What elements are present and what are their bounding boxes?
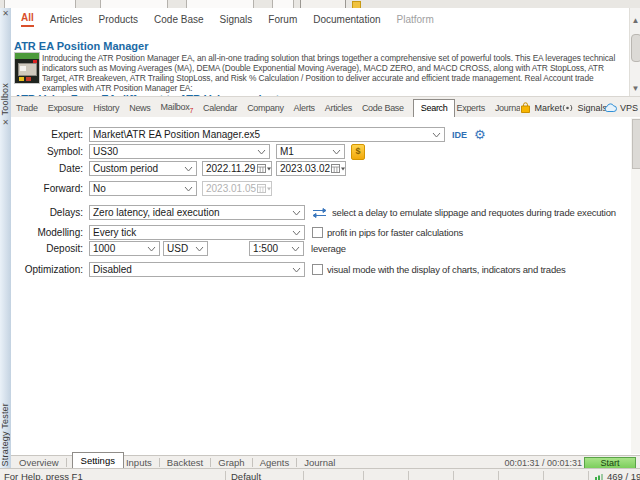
tester-tab-settings[interactable]: Settings xyxy=(72,452,124,470)
mql5-web-panel: All Articles Products Code Base Signals … xyxy=(11,8,629,96)
visual-mode-label: visual mode with the display of charts, … xyxy=(327,264,566,275)
date-label: Date: xyxy=(11,163,89,174)
vps-button[interactable]: VPS xyxy=(604,100,638,115)
toolbox-tab-company[interactable]: Company xyxy=(246,103,284,113)
toolbox-tabs: Trade Exposure History News Mailbox7 Cal… xyxy=(15,97,520,118)
toolbox-tab-history[interactable]: History xyxy=(92,103,120,113)
toolbox-tab-journal[interactable]: Journal xyxy=(494,103,520,113)
modelling-label: Modelling: xyxy=(11,227,89,238)
scroll-down-icon[interactable]: ▼ xyxy=(630,84,640,95)
date-mode-combo[interactable]: Custom period xyxy=(89,161,197,176)
profit-in-pips-checkbox[interactable] xyxy=(312,227,323,238)
traffic-counter[interactable]: 469 / 194 Kb xyxy=(607,471,640,480)
tester-tab-graph[interactable]: Graph xyxy=(216,457,246,468)
thumb-window xyxy=(20,66,26,71)
toolbox-panel-title: Toolbox xyxy=(0,83,11,115)
chevron-down-icon xyxy=(257,149,266,155)
market-button[interactable]: Market xyxy=(520,100,562,115)
modelling-combo[interactable]: Every tick xyxy=(89,225,305,240)
web-tab-documentation[interactable]: Documentation xyxy=(313,14,380,25)
web-tab-codebase[interactable]: Code Base xyxy=(154,14,203,25)
symbol-combo[interactable]: US30 xyxy=(89,144,270,159)
visual-mode-checkbox[interactable] xyxy=(312,264,323,275)
toolbox-close-icon[interactable]: ✕ xyxy=(1,10,10,19)
chevron-down-icon xyxy=(292,267,301,273)
connection-bars-icon xyxy=(595,472,605,480)
date-from-field[interactable]: 2022.11.29 xyxy=(202,161,272,176)
tester-tab-overview[interactable]: Overview xyxy=(17,457,61,468)
leverage-combo[interactable]: 1:500 xyxy=(249,241,304,256)
optimization-row: Optimization: Disabled visual mode with … xyxy=(11,261,566,278)
chevron-down-icon xyxy=(432,132,441,138)
toolbox-tab-codebase[interactable]: Code Base xyxy=(361,103,405,113)
delays-label: Delays: xyxy=(11,207,89,218)
forward-date-field: 2023.01.05 xyxy=(202,181,272,196)
symbol-info-icon[interactable]: $ xyxy=(351,144,365,160)
toolbox-tab-news[interactable]: News xyxy=(128,103,151,113)
optimization-combo[interactable]: Disabled xyxy=(89,262,305,277)
tester-panel-title: Strategy Tester xyxy=(0,403,11,466)
web-scrollbar-thumb[interactable] xyxy=(631,34,640,62)
web-tab-articles[interactable]: Articles xyxy=(50,14,83,25)
chevron-down-icon xyxy=(292,210,301,216)
web-tab-forum[interactable]: Forum xyxy=(268,14,297,25)
expert-combo[interactable]: Market\ATR EA Position Manager.ex5 xyxy=(89,127,445,142)
delays-combo[interactable]: Zero latency, ideal execution xyxy=(89,205,305,220)
toolbox-tab-trade[interactable]: Trade xyxy=(15,103,39,113)
modelling-row: Modelling: Every tick profit in pips for… xyxy=(11,224,463,241)
profit-in-pips-label: profit in pips for faster calculations xyxy=(327,227,463,238)
tester-tab-agents[interactable]: Agents xyxy=(258,457,292,468)
web-tab-platform[interactable]: Platform xyxy=(397,14,434,25)
tester-tab-inputs[interactable]: Inputs xyxy=(124,457,154,468)
profile-name[interactable]: Default xyxy=(231,471,261,480)
toolbox-tab-experts[interactable]: Experts xyxy=(455,103,485,113)
delays-row: Delays: Zero latency, ideal execution se… xyxy=(11,204,616,221)
timeframe-combo[interactable]: M1 xyxy=(276,144,345,159)
calendar-icon xyxy=(257,164,271,173)
toolbox-tab-bar: Trade Exposure History News Mailbox7 Cal… xyxy=(11,96,640,119)
web-tab-signals[interactable]: Signals xyxy=(220,14,253,25)
leverage-label: leverage xyxy=(311,243,346,254)
web-scrollbar[interactable]: ▲ ▼ xyxy=(629,8,640,96)
toolbox-tab-alerts[interactable]: Alerts xyxy=(293,103,316,113)
tester-tab-journal[interactable]: Journal xyxy=(302,457,337,468)
ide-button[interactable]: IDE xyxy=(452,130,467,140)
currency-combo[interactable]: USD xyxy=(163,241,208,256)
forward-row: Forward: No 2023.01.05 xyxy=(11,180,272,197)
web-tab-products[interactable]: Products xyxy=(99,14,138,25)
article-description: Introducing the ATR Position Manager EA,… xyxy=(42,53,628,93)
tester-scrollbar-thumb[interactable] xyxy=(632,119,640,169)
help-status-text: For Help, press F1 xyxy=(4,471,83,480)
ea-product-thumbnail[interactable] xyxy=(14,52,40,84)
chevron-down-icon xyxy=(292,230,301,236)
scroll-up-icon[interactable]: ▲ xyxy=(630,16,640,27)
chevron-down-icon xyxy=(147,246,156,252)
tester-tab-backtest[interactable]: Backtest xyxy=(165,457,205,468)
deposit-combo[interactable]: 1000 xyxy=(89,241,160,256)
date-to-field[interactable]: 2023.03.02 xyxy=(276,161,346,176)
deposit-row: Deposit: 1000 USD 1:500 leverage xyxy=(11,240,346,257)
symbol-label: Symbol: xyxy=(11,146,89,157)
web-tab-bar: All Articles Products Code Base Signals … xyxy=(11,8,629,30)
signals-button[interactable]: Signals xyxy=(561,100,607,115)
toolbox-tab-search[interactable]: Search xyxy=(413,99,456,118)
tester-close-icon[interactable]: ✕ xyxy=(1,119,10,128)
toolbox-tab-articles[interactable]: Articles xyxy=(324,103,353,113)
forward-combo[interactable]: No xyxy=(89,181,197,196)
expert-row: Expert: Market\ATR EA Position Manager.e… xyxy=(11,126,486,143)
deposit-label: Deposit: xyxy=(11,243,89,254)
toolbox-tab-exposure[interactable]: Exposure xyxy=(47,103,85,113)
chevron-down-icon xyxy=(291,246,300,252)
web-tab-all[interactable]: All xyxy=(21,12,34,27)
toolbox-tab-mailbox[interactable]: Mailbox7 xyxy=(160,102,195,114)
chevron-down-icon xyxy=(332,149,341,155)
tester-scrollbar[interactable] xyxy=(631,118,640,454)
date-row: Date: Custom period 2022.11.29 2023.03.0… xyxy=(11,160,346,177)
article-title-link[interactable]: ATR EA Position Manager xyxy=(14,40,148,52)
expert-label: Expert: xyxy=(11,129,89,140)
toolbox-tab-calendar[interactable]: Calendar xyxy=(202,103,238,113)
chevron-down-icon xyxy=(184,166,193,172)
chevron-down-icon xyxy=(195,246,204,252)
thumb-yellow-dot xyxy=(19,77,24,81)
gear-icon[interactable]: ⚙ xyxy=(474,128,486,141)
